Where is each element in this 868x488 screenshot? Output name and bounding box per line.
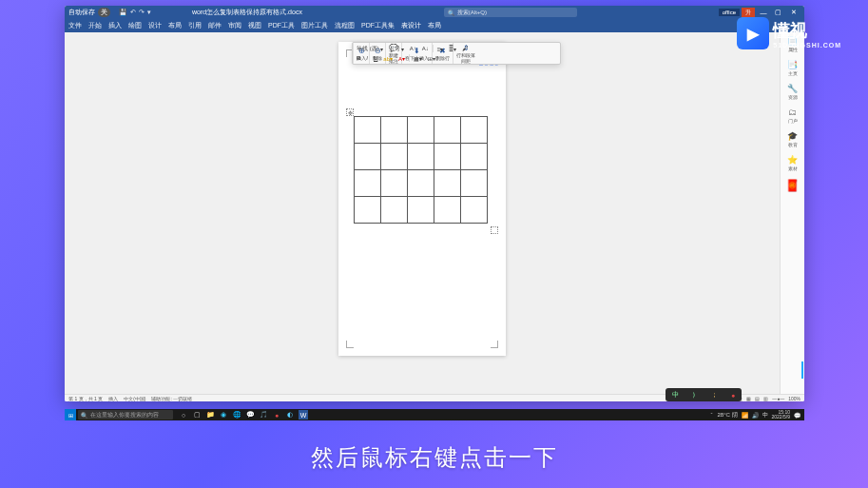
word-taskbar-icon[interactable]: W — [299, 410, 308, 420]
side-item-education[interactable]: 🎓教育 — [787, 131, 798, 147]
tab-design[interactable]: 设计 — [148, 21, 162, 30]
office-badge: office — [719, 9, 740, 16]
brand-domain: 51DONGSHI.COM — [773, 42, 841, 49]
restore-button[interactable]: ▢ — [772, 8, 785, 17]
music-icon[interactable]: 🎵 — [259, 410, 268, 420]
save-icon[interactable]: 💾 — [119, 9, 127, 16]
weather-widget[interactable]: 28°C 阴 — [717, 411, 737, 420]
tab-file[interactable]: 文件 — [68, 21, 82, 30]
cortana-icon[interactable]: ○ — [179, 410, 188, 420]
side-item-portal[interactable]: 🗂门户 — [788, 107, 798, 124]
bullet-list-icon[interactable]: ≡▾ — [435, 46, 446, 52]
quick-access-toolbar: 💾 ↶ ↷ ▾ — [119, 9, 151, 16]
tab-table-layout[interactable]: 布局 — [428, 21, 441, 30]
table-move-handle-icon[interactable]: ✥ — [346, 108, 354, 116]
number-list-icon[interactable]: ≣▾ — [447, 46, 458, 52]
tab-table-design[interactable]: 表设计 — [401, 21, 421, 30]
undo-icon[interactable]: ↶ — [130, 9, 136, 16]
tab-flowchart[interactable]: 流程图 — [335, 21, 355, 30]
shading-icon[interactable]: ▦▾ — [412, 55, 424, 62]
font-color-icon[interactable]: A▾ — [396, 55, 407, 62]
side-item-resources[interactable]: 🔧资源 — [787, 84, 798, 100]
qat-more-icon[interactable]: ▾ — [147, 9, 151, 16]
notification-icon[interactable]: 💬 — [794, 412, 800, 419]
view-print-icon[interactable]: ▦ — [746, 396, 751, 401]
tab-pdftools[interactable]: PDF工具 — [268, 21, 295, 30]
tab-pdf-toolset[interactable]: PDF工具集 — [361, 21, 395, 30]
font-size-select[interactable]: 五号 ▾ — [387, 45, 406, 53]
tab-view[interactable]: 视图 — [248, 21, 261, 30]
tab-mailings[interactable]: 邮件 — [208, 21, 222, 30]
ime-settings[interactable]: ● — [728, 392, 738, 399]
tab-picture-tools[interactable]: 图片工具 — [301, 21, 328, 30]
edge-icon[interactable]: ◉ — [219, 410, 228, 420]
redo-icon[interactable]: ↷ — [139, 9, 145, 16]
ime-punct[interactable]: ） — [689, 390, 702, 400]
search-placeholder: 搜索(Alt+Q) — [457, 9, 487, 17]
view-web-icon[interactable]: ▥ — [763, 396, 768, 401]
browser-icon[interactable]: 🌐 — [232, 410, 241, 420]
tab-review[interactable]: 审阅 — [228, 21, 241, 30]
border-icon[interactable]: ⊞▾ — [426, 55, 437, 62]
search-icon: 🔍 — [81, 412, 87, 419]
bold-icon[interactable]: B — [355, 55, 362, 61]
autosave-toggle[interactable]: 关 — [98, 8, 110, 17]
ime-symbol[interactable]: ； — [708, 390, 721, 400]
tab-draw[interactable]: 绘图 — [128, 21, 142, 30]
margin-corner-icon — [491, 341, 498, 348]
tab-home[interactable]: 开始 — [88, 21, 102, 30]
document-page: 2019 ✥ — [338, 42, 506, 356]
gift-icon[interactable]: 🧧 — [785, 179, 800, 192]
system-tray: ˄ 28°C 阴 📶 🔊 中 15:10 2022/5/9 💬 — [710, 410, 804, 420]
mini-toolbar: 等线 (西) ▾ 五号 ▾ A↑ A↓ ≡▾ ≣▾ 🖌 B I U ab▾ A▾… — [352, 42, 561, 65]
highlight-icon[interactable]: ab▾ — [381, 55, 395, 62]
record-icon[interactable]: ● — [272, 410, 281, 420]
ime-toolbar[interactable]: 中 ） ； ● — [665, 388, 742, 401]
education-icon: 🎓 — [787, 131, 798, 141]
zoom-level[interactable]: 100% — [788, 396, 800, 401]
tab-layout[interactable]: 布局 — [168, 21, 182, 30]
taskbar-clock[interactable]: 15:10 2022/5/9 — [772, 410, 790, 420]
search-box[interactable]: 🔍 搜索(Alt+Q) — [444, 8, 577, 17]
font-family-select[interactable]: 等线 (西) ▾ — [355, 45, 385, 53]
taskview-icon[interactable]: ▢ — [192, 410, 202, 420]
view-read-icon[interactable]: ▤ — [755, 396, 760, 401]
document-table[interactable] — [354, 116, 488, 224]
star-icon: ⭐ — [787, 155, 798, 165]
side-item-home[interactable]: 📑主页 — [787, 60, 798, 76]
status-insert-mode[interactable]: 插入 — [108, 396, 118, 401]
underline-icon[interactable]: U — [372, 55, 379, 61]
play-logo-icon: ▶ — [737, 17, 769, 49]
taskbar-search[interactable]: 🔍 在这里输入你要搜索的内容 — [78, 410, 173, 420]
format-painter-icon[interactable]: 🖌 — [460, 46, 470, 51]
italic-icon[interactable]: I — [364, 55, 370, 61]
app-icon[interactable]: ◐ — [285, 410, 295, 420]
zoom-slider[interactable]: —●— — [772, 396, 784, 401]
word-app-window: 自动保存 关 💾 ↶ ↷ ▾ word怎么复制表格保持原有格式.docx 🔍 搜… — [65, 6, 804, 401]
network-icon[interactable]: 📶 — [742, 412, 748, 419]
start-button[interactable]: ⊞ — [65, 409, 76, 420]
portal-icon: 🗂 — [788, 107, 797, 117]
status-accessibility[interactable]: 辅助功能: 一切就绪 — [151, 396, 192, 401]
upgrade-button[interactable]: 升 — [742, 8, 755, 18]
document-canvas[interactable]: 2019 ✥ — [65, 32, 780, 394]
explorer-icon[interactable]: 📁 — [205, 410, 215, 420]
side-item-materials[interactable]: ⭐素材 — [787, 155, 798, 171]
close-button[interactable]: ✕ — [787, 8, 800, 17]
wechat-icon[interactable]: 💬 — [245, 410, 255, 420]
tab-references[interactable]: 引用 — [188, 21, 202, 30]
home-icon: 📑 — [787, 60, 798, 69]
status-page[interactable]: 第 1 页，共 1 页 — [68, 396, 103, 401]
tab-insert[interactable]: 插入 — [108, 21, 122, 30]
decrease-font-icon[interactable]: A↓ — [420, 46, 431, 51]
tray-expand-icon[interactable]: ˄ — [710, 412, 713, 419]
status-language[interactable]: 中文(中国) — [124, 396, 145, 401]
table-resize-handle-icon[interactable] — [491, 226, 498, 234]
volume-icon[interactable]: 🔊 — [752, 412, 759, 419]
increase-font-icon[interactable]: A↑ — [408, 46, 418, 51]
minimize-button[interactable]: — — [757, 8, 770, 17]
ime-mode[interactable]: 中 — [669, 390, 682, 400]
video-subtitle: 然后鼠标右键点击一下 — [0, 442, 868, 473]
search-icon: 🔍 — [448, 10, 454, 16]
ime-tray-icon[interactable]: 中 — [762, 411, 768, 420]
